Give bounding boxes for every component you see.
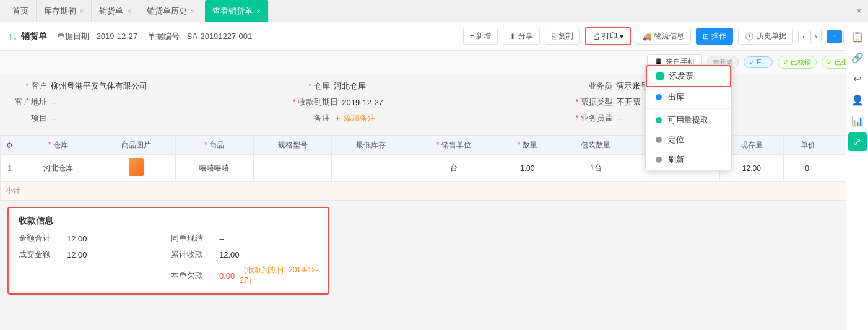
- refresh-icon: [654, 155, 663, 164]
- row-package: 1台: [557, 155, 635, 182]
- doc-date-label: 单据日期 2019-12-27: [57, 31, 137, 42]
- due-label: 本单欠款: [171, 270, 214, 281]
- tab-sales-order[interactable]: 销货单 ×: [92, 0, 139, 22]
- th-unit: 销售单位: [410, 136, 498, 155]
- doc-header: ↑↓ 销货单 单据日期 2019-12-27 单据编号 SA-20191227-…: [0, 22, 868, 51]
- dropdown-refresh[interactable]: 刷新: [646, 150, 731, 170]
- operate-button[interactable]: ⊞ 操作: [696, 28, 733, 45]
- check-icon: ✓: [783, 58, 789, 66]
- form-section: 客户 柳州粤港平安气体有限公司 仓库 河北仓库 业务员 演示账号 客户地址: [0, 74, 868, 136]
- list-view-button[interactable]: ≡: [827, 30, 842, 43]
- table-container: ⚙ 仓库 商品图片 商品 规格型号 最低库存 销售单位 数量 包装数量 可用量 …: [0, 136, 868, 201]
- tab-close-view-sales[interactable]: ×: [256, 7, 260, 15]
- cumulative-label: 累计收款: [171, 249, 214, 260]
- th-price: 单价: [783, 136, 833, 155]
- tab-close-sales-history[interactable]: ×: [191, 7, 194, 15]
- doc-meta: 单据日期 2019-12-27 单据编号 SA-20191227-001: [57, 31, 252, 42]
- customer-label: 客户: [10, 80, 47, 92]
- effective-icon: ✓: [827, 58, 833, 66]
- payment-due: 本单欠款 0.00 （收款到期日: 2019-12-27）: [171, 265, 318, 286]
- sidebar-icon-back[interactable]: ↩: [848, 69, 867, 88]
- row-spec: [253, 155, 331, 182]
- doc-icon: ↑↓: [7, 31, 17, 42]
- th-min-stock: 最低库存: [332, 136, 410, 155]
- grid-icon: ⊞: [703, 32, 709, 41]
- tab-sales-history[interactable]: 销货单历史 ×: [139, 0, 202, 22]
- doc-number-value: SA-20191227-001: [187, 32, 253, 41]
- check-badge: ✓ E...: [744, 56, 773, 68]
- status-bar: 📱 来自手机 未开票 ✓ E... ✓ 已核销 ✓ 已生效: [0, 51, 868, 74]
- salesman-value: --: [617, 114, 622, 123]
- sidebar-icon-doc[interactable]: 📋: [848, 27, 867, 46]
- total-label: 金额合计: [19, 233, 62, 244]
- warehouse-label: 仓库: [293, 80, 330, 92]
- total-value: 12.00: [67, 234, 87, 243]
- th-image: 商品图片: [97, 136, 175, 155]
- cumulative-value: 12.00: [219, 250, 240, 259]
- address-field: 客户地址 --: [10, 97, 293, 108]
- due-value: 0.00: [219, 271, 235, 280]
- payment-date-value: 2019-12-27: [342, 98, 383, 107]
- row-index: 1: [1, 155, 19, 182]
- staff-label: 业务员: [575, 80, 612, 92]
- table-row: 1 河北仓库 嘻嘻嘻嘻 台 1.00 1台 12.00 0.: [1, 155, 868, 182]
- tab-close-inventory-init[interactable]: ×: [80, 7, 84, 15]
- same-order-label: 同单现结: [171, 233, 214, 244]
- customer-field: 客户 柳州粤港平安气体有限公司: [10, 80, 293, 92]
- tab-close-sales-order[interactable]: ×: [127, 7, 131, 15]
- sidebar-icon-chart[interactable]: 📊: [848, 111, 867, 130]
- payment-date-field: 收款到期日 2019-12-27: [293, 97, 576, 108]
- copy-button[interactable]: ⎘ 复制: [545, 28, 580, 45]
- tab-view-sales[interactable]: 查看销货单 ×: [205, 0, 268, 22]
- main-area: ↑↓ 销货单 单据日期 2019-12-27 单据编号 SA-20191227-…: [0, 22, 868, 330]
- outbound-icon: [654, 93, 663, 102]
- logistics-button[interactable]: 🚚 物流信息: [636, 28, 691, 45]
- row-price: 0.: [783, 155, 833, 182]
- same-order-value: --: [219, 234, 225, 243]
- operate-dropdown: 添发票 出库 可用量提取 定位 刷新: [645, 64, 732, 170]
- history-button[interactable]: 🕐 历史单据: [738, 28, 793, 45]
- available-qty-icon: [654, 116, 663, 124]
- dropdown-outbound[interactable]: 出库: [646, 87, 731, 107]
- project-label: 项目: [10, 113, 47, 124]
- prev-button[interactable]: ‹: [798, 30, 809, 43]
- transaction-label: 成交金额: [19, 249, 62, 260]
- new-button[interactable]: + 新增: [463, 28, 498, 45]
- add-note-button[interactable]: ＋ 添加备注: [334, 113, 376, 124]
- dropdown-locate[interactable]: 定位: [646, 130, 731, 150]
- payment-same-order: 同单现结 --: [171, 233, 318, 244]
- sidebar-icon-expand[interactable]: ⤢: [848, 132, 867, 151]
- th-quantity: 数量: [498, 136, 557, 155]
- th-spec: 规格型号: [253, 136, 331, 155]
- ticket-value: 不开票: [617, 97, 641, 108]
- payment-transaction: 成交金额 12.00: [19, 249, 166, 260]
- nav-arrows: ‹ ›: [798, 30, 822, 43]
- sidebar-icon-link[interactable]: 🔗: [848, 48, 867, 67]
- transaction-value: 12.00: [67, 250, 87, 259]
- project-field: 项目 --: [10, 113, 293, 124]
- tab-home[interactable]: 首页: [5, 0, 37, 22]
- print-button[interactable]: 🖨 打印 ▾: [585, 27, 631, 45]
- doc-number-label: 单据编号 SA-20191227-001: [147, 31, 252, 42]
- th-settings[interactable]: ⚙: [1, 136, 19, 155]
- address-value: --: [51, 98, 56, 107]
- locate-icon: [654, 136, 663, 144]
- doc-title: ↑↓ 销货单: [7, 31, 47, 42]
- warehouse-field: 仓库 河北仓库: [293, 80, 576, 92]
- row-min-stock: [332, 155, 410, 182]
- payment-date-label: 收款到期日: [293, 97, 339, 108]
- tab-bar: 首页 库存期初 × 销货单 × 销货单历史 × 查看销货单 × ×: [0, 0, 868, 22]
- th-warehouse: 仓库: [19, 136, 97, 155]
- payment-title: 收款信息: [19, 215, 318, 227]
- doc-title-text: 销货单: [21, 31, 47, 42]
- salesman-label: 业务员孟: [575, 113, 613, 124]
- share-button[interactable]: ⬆ 分享: [503, 28, 540, 45]
- share-icon: ⬆: [510, 32, 516, 41]
- next-button[interactable]: ›: [810, 30, 822, 43]
- dropdown-available-qty[interactable]: 可用量提取: [646, 110, 731, 130]
- tab-inventory-init[interactable]: 库存期初 ×: [37, 0, 92, 22]
- doc-date-value: 2019-12-27: [97, 32, 138, 41]
- dropdown-add-invoice[interactable]: 添发票: [646, 65, 731, 87]
- sidebar-icon-user[interactable]: 👤: [848, 90, 867, 109]
- window-close-button[interactable]: ×: [856, 6, 862, 17]
